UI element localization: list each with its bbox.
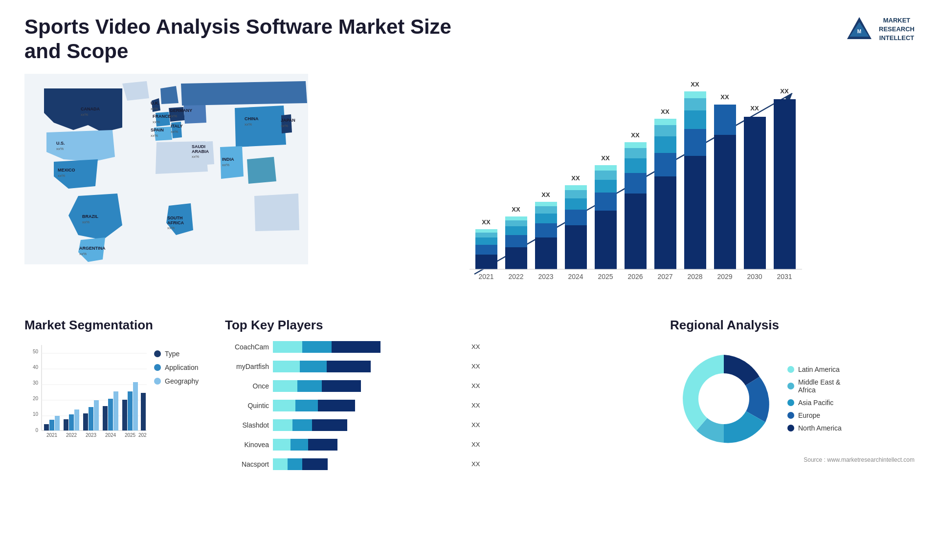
svg-rect-129: [113, 391, 118, 431]
svg-rect-125: [89, 407, 93, 431]
svg-text:xx%: xx%: [56, 147, 64, 151]
player-bar-mydartfish: XX: [273, 360, 646, 373]
svg-text:XX: XX: [720, 93, 729, 101]
svg-rect-39: [475, 245, 497, 255]
legend-dot-latin-america: [787, 366, 794, 373]
svg-text:10: 10: [33, 411, 39, 417]
svg-text:2028: 2028: [687, 273, 702, 280]
svg-rect-59: [565, 190, 587, 198]
donut-container: Latin America Middle East &Africa Asia P…: [670, 345, 915, 452]
svg-rect-84: [684, 91, 706, 98]
legend-type: Type: [154, 350, 199, 358]
svg-rect-131: [128, 391, 133, 431]
svg-text:30: 30: [33, 380, 39, 386]
svg-text:XX: XX: [780, 87, 789, 95]
donut-chart: [670, 345, 778, 452]
player-row-nacsport: Nacsport XX: [225, 457, 646, 471]
logo-icon: M: [845, 15, 874, 44]
svg-rect-130: [122, 400, 127, 431]
svg-rect-81: [684, 129, 706, 156]
svg-text:SAUDI: SAUDI: [192, 144, 205, 149]
player-bar-nacsport: XX: [273, 457, 646, 471]
svg-rect-40: [475, 237, 497, 245]
player-name-nacsport: Nacsport: [225, 460, 269, 468]
player-name-quintic: Quintic: [225, 402, 269, 409]
player-name-coachcam: CoachCam: [225, 343, 269, 351]
player-bar-slashdot: XX: [273, 418, 646, 432]
svg-rect-148: [273, 380, 297, 392]
svg-rect-126: [94, 400, 99, 431]
svg-rect-70: [625, 158, 647, 173]
svg-rect-121: [64, 419, 68, 431]
svg-text:50: 50: [33, 349, 39, 354]
svg-text:ARABIA: ARABIA: [192, 149, 209, 154]
legend-middle-east-africa: Middle East &Africa: [787, 378, 842, 394]
svg-text:2027: 2027: [657, 273, 672, 280]
svg-text:M: M: [857, 29, 861, 34]
svg-rect-42: [475, 229, 497, 233]
svg-rect-66: [595, 165, 617, 171]
svg-rect-118: [44, 424, 49, 431]
player-name-mydartfish: myDartfish: [225, 363, 269, 370]
svg-rect-133: [141, 393, 146, 431]
source-text: Source : www.marketresearchintellect.com: [670, 456, 915, 463]
svg-rect-77: [654, 125, 676, 136]
legend-dot-geography: [154, 378, 161, 385]
legend-north-america: North America: [787, 424, 842, 432]
legend-dot-north-america: [787, 425, 794, 431]
logo-text: MARKET RESEARCH INTELLECT: [879, 16, 915, 43]
svg-rect-47: [505, 220, 527, 226]
legend-dot-asia-pacific: [787, 399, 794, 406]
regional-section: Regional Analysis: [670, 318, 915, 477]
svg-text:BRAZIL: BRAZIL: [82, 214, 98, 219]
svg-rect-65: [595, 171, 617, 180]
svg-text:2030: 2030: [747, 273, 762, 280]
svg-rect-38: [475, 255, 497, 269]
svg-rect-62: [595, 211, 617, 269]
svg-rect-52: [535, 214, 557, 223]
svg-text:2023: 2023: [86, 432, 97, 438]
growth-chart-section: XX XX XX: [323, 74, 915, 301]
growth-bar-chart: XX XX XX: [333, 79, 905, 294]
svg-text:2024: 2024: [105, 432, 116, 438]
svg-text:2026: 2026: [627, 273, 643, 280]
svg-rect-68: [625, 194, 647, 269]
svg-text:20: 20: [33, 396, 39, 401]
svg-text:xx%: xx%: [79, 252, 87, 256]
player-row-once: Once XX: [225, 379, 646, 393]
svg-text:xx%: xx%: [82, 220, 89, 224]
svg-text:xx%: xx%: [192, 154, 199, 159]
svg-text:2024: 2024: [568, 273, 583, 280]
svg-rect-64: [595, 180, 617, 193]
svg-rect-120: [55, 416, 60, 431]
svg-rect-57: [565, 210, 587, 225]
players-section: Top Key Players CoachCam XX myDartfish: [225, 318, 655, 477]
svg-rect-124: [83, 413, 88, 431]
svg-text:XX: XX: [631, 131, 640, 139]
svg-text:XX: XX: [571, 174, 580, 182]
page-title: Sports Video Analysis Software Market Si…: [24, 15, 465, 64]
svg-text:INDIA: INDIA: [222, 157, 234, 162]
svg-rect-128: [108, 399, 113, 431]
svg-text:AFRICA: AFRICA: [167, 220, 184, 225]
svg-text:SOUTH: SOUTH: [167, 215, 183, 220]
svg-rect-50: [535, 237, 557, 269]
legend-geography: Geography: [154, 377, 199, 385]
player-bar-kinovea: XX: [273, 438, 646, 452]
legend-latin-america: Latin America: [787, 366, 842, 373]
svg-text:2021: 2021: [478, 273, 493, 280]
svg-point-161: [698, 373, 749, 424]
svg-rect-45: [505, 235, 527, 247]
svg-rect-58: [565, 198, 587, 210]
svg-text:xx%: xx%: [58, 173, 65, 178]
svg-text:XX: XX: [541, 191, 550, 198]
svg-text:xx%: xx%: [151, 133, 158, 138]
svg-text:XX: XX: [482, 218, 491, 226]
legend-dot-europe: [787, 412, 794, 419]
player-row-quintic: Quintic XX: [225, 399, 646, 412]
svg-text:2025: 2025: [125, 432, 136, 438]
header: Sports Video Analysis Software Market Si…: [24, 15, 915, 64]
svg-rect-91: [774, 99, 796, 269]
svg-text:xx%: xx%: [167, 226, 175, 230]
svg-text:ARGENTINA: ARGENTINA: [79, 246, 106, 251]
